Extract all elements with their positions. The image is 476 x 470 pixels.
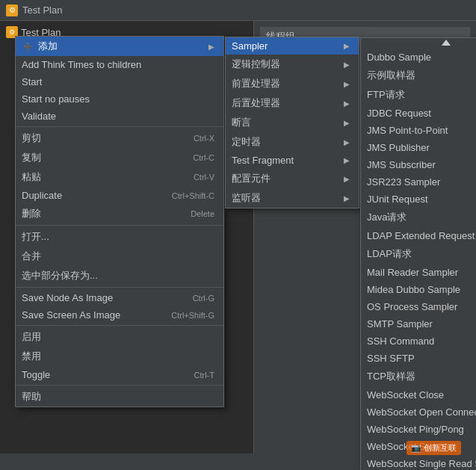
menu-toggle-label: Toggle <box>22 369 50 380</box>
submenu-l2-sampler-label: Sampler <box>232 40 268 52</box>
menu-savescreenimage-shortcut: Ctrl+Shift-G <box>171 311 214 320</box>
menu-merge-label: 合并 <box>22 250 41 263</box>
sampler-ws-single-read[interactable]: WebSocket Single Read Sampler <box>361 455 476 470</box>
sampler-jms-sub-label: JMS Subscriber <box>367 159 436 170</box>
menu-item-paste[interactable]: 粘贴 Ctrl-V <box>16 167 223 187</box>
sampler-junit[interactable]: JUnit Request <box>361 191 476 208</box>
menu-item-validate[interactable]: Validate <box>16 108 223 125</box>
menu-duplicate-shortcut: Ctrl+Shift-C <box>172 191 214 200</box>
menu-item-merge[interactable]: 合并 <box>16 247 223 266</box>
submenu-l2-listener-label: 监听器 <box>232 191 261 205</box>
sampler-jms-pub-label: JMS Publisher <box>367 142 430 153</box>
submenu-l2-postproc[interactable]: 后置处理器 ▶ <box>226 93 359 113</box>
menu-toggle-shortcut: Ctrl-T <box>194 371 215 380</box>
title-text: Test Plan <box>22 4 62 16</box>
menu-cut-label: 剪切 <box>22 132 41 145</box>
submenu-l2-postproc-label: 后置处理器 <box>232 96 280 110</box>
menu-item-open[interactable]: 打开... <box>16 227 223 247</box>
submenu-l2-config-label: 配置元件 <box>232 172 271 185</box>
submenu-l2-assertion[interactable]: 断言 ▶ <box>226 113 359 132</box>
submenu-l2-timer[interactable]: 定时器 ▶ <box>226 132 359 152</box>
menu-copy-shortcut: Ctrl-C <box>193 153 214 162</box>
menu-item-copy[interactable]: 复制 Ctrl-C <box>16 148 223 167</box>
fragment-arrow: ▶ <box>344 156 350 164</box>
sampler-java[interactable]: Java请求 <box>361 208 476 227</box>
sampler-os-process[interactable]: OS Process Sampler <box>361 298 476 315</box>
menu-help-label: 帮助 <box>22 390 41 403</box>
menu-item-enable[interactable]: 启用 <box>16 327 223 347</box>
context-menu: ➕ 添加 ▶ Add Think Times to children Start… <box>15 36 224 407</box>
menu-item-cut[interactable]: 剪切 Ctrl-X <box>16 129 223 148</box>
submenu-l2: Sampler ▶ 逻辑控制器 ▶ 前置处理器 ▶ <box>225 37 359 208</box>
sampler-ws-ping[interactable]: WebSocket Ping/Pong <box>361 421 476 438</box>
submenu-l2-fragment[interactable]: Test Fragment ▶ <box>226 152 359 169</box>
sampler-ssh-cmd[interactable]: SSH Command <box>361 333 476 350</box>
timer-arrow: ▶ <box>344 138 350 146</box>
listener-arrow: ▶ <box>344 194 350 202</box>
submenu-l2-preproc[interactable]: 前置处理器 ▶ <box>226 74 359 93</box>
menu-item-savescreenimage[interactable]: Save Screen As Image Ctrl+Shift-G <box>16 306 223 324</box>
sampler-jsr223[interactable]: JSR223 Sampler <box>361 173 476 191</box>
logic-arrow: ▶ <box>344 61 350 69</box>
menu-delete-shortcut: Delete <box>191 209 214 218</box>
sampler-midea-dubbo[interactable]: Midea Dubbo Sample <box>361 281 476 298</box>
sampler-tcp[interactable]: TCP取样器 <box>361 367 476 386</box>
menu-add-label: 添加 <box>38 40 58 53</box>
menu-item-duplicate[interactable]: Duplicate Ctrl+Shift-C <box>16 187 223 204</box>
sampler-example[interactable]: 示例取样器 <box>361 66 476 85</box>
sampler-ws-close[interactable]: WebSocket Close <box>361 386 476 403</box>
sampler-dubbo[interactable]: Dubbo Sample <box>361 49 476 66</box>
sampler-os-process-label: OS Process Sampler <box>367 301 457 312</box>
submenu-l2-logic[interactable]: 逻辑控制器 ▶ <box>226 55 359 74</box>
sampler-mail-label: Mail Reader Sampler <box>367 267 458 278</box>
menu-item-savenodeimage[interactable]: Save Node As Image Ctrl-G <box>16 289 223 306</box>
submenu-l2-preproc-label: 前置处理器 <box>232 77 280 90</box>
sampler-jms-pub[interactable]: JMS Publisher <box>361 139 476 156</box>
menu-item-delete[interactable]: 删除 Delete <box>16 204 223 223</box>
scroll-up-triangle <box>442 40 451 46</box>
menu-savescreenimage-label: Save Screen As Image <box>22 309 120 321</box>
sampler-jms-sub[interactable]: JMS Subscriber <box>361 156 476 173</box>
sampler-ssh-cmd-label: SSH Command <box>367 336 434 347</box>
submenu-l2-listener[interactable]: 监听器 ▶ <box>226 188 359 208</box>
menu-validate-label: Validate <box>22 111 56 122</box>
sampler-ws-open[interactable]: WebSocket Open Connection <box>361 403 476 421</box>
sampler-ftp[interactable]: FTP请求 <box>361 85 476 105</box>
watermark-icon: 📷 <box>411 443 421 452</box>
menu-item-start[interactable]: Start <box>16 73 223 90</box>
scroll-up-indicator[interactable] <box>361 38 476 49</box>
separator-4 <box>16 325 223 326</box>
menu-item-disable[interactable]: 禁用 <box>16 347 223 366</box>
menu-disable-label: 禁用 <box>22 350 41 363</box>
left-panel: ⚙ Test Plan ▶ 线程组 ➕ 添加 ▶ Add Think Times… <box>0 21 254 454</box>
sampler-ldap-ext[interactable]: LDAP Extended Request <box>361 227 476 244</box>
submenu-l3-sampler[interactable]: Dubbo Sample 示例取样器 FTP请求 JDBC Request JM… <box>360 37 476 470</box>
submenu-l2-config[interactable]: 配置元件 ▶ <box>226 169 359 188</box>
title-bar: ⚙ Test Plan <box>0 0 476 21</box>
submenu-l2-sampler[interactable]: Sampler ▶ <box>226 37 359 55</box>
sampler-smtp[interactable]: SMTP Sampler <box>361 315 476 333</box>
sampler-mail[interactable]: Mail Reader Sampler <box>361 264 476 281</box>
menu-paste-shortcut: Ctrl-V <box>194 173 214 182</box>
watermark: 📷 创新互联 <box>407 441 461 455</box>
menu-startnopause-label: Start no pauses <box>22 93 90 105</box>
menu-item-startnopause[interactable]: Start no pauses <box>16 90 223 108</box>
sampler-ldap-label: LDAP请求 <box>367 247 412 261</box>
sampler-example-label: 示例取样器 <box>367 69 415 82</box>
menu-item-toggle[interactable]: Toggle Ctrl-T <box>16 366 223 383</box>
sampler-jdbc[interactable]: JDBC Request <box>361 105 476 122</box>
main-area: ⚙ Test Plan ▶ 线程组 ➕ 添加 ▶ Add Think Times… <box>0 21 476 454</box>
sampler-ldap-ext-label: LDAP Extended Request <box>367 230 475 241</box>
sampler-ssh-sftp-label: SSH SFTP <box>367 353 415 364</box>
sampler-jdbc-label: JDBC Request <box>367 108 431 119</box>
sampler-jms-ptp[interactable]: JMS Point-to-Point <box>361 122 476 139</box>
sampler-ssh-sftp[interactable]: SSH SFTP <box>361 350 476 367</box>
submenu-l2-assertion-label: 断言 <box>232 116 251 129</box>
separator-3 <box>16 287 223 288</box>
menu-item-addthink[interactable]: Add Think Times to children <box>16 56 223 73</box>
menu-savenodeimage-label: Save Node As Image <box>22 292 113 303</box>
menu-item-saveas[interactable]: 选中部分保存为... <box>16 266 223 285</box>
menu-item-add[interactable]: ➕ 添加 ▶ <box>16 37 223 56</box>
sampler-ldap[interactable]: LDAP请求 <box>361 244 476 264</box>
menu-item-help[interactable]: 帮助 <box>16 387 223 406</box>
